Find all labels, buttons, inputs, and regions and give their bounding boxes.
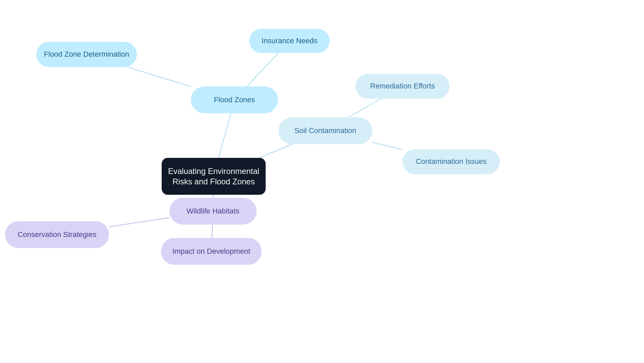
- conservation-strategies-node[interactable]: Conservation Strategies: [5, 221, 109, 248]
- svg-line-2: [247, 53, 278, 86]
- soil-contamination-node[interactable]: Soil Contamination: [278, 117, 372, 144]
- remediation-efforts-node[interactable]: Remediation Efforts: [356, 74, 449, 99]
- remediation-efforts-label: Remediation Efforts: [368, 81, 438, 91]
- wildlife-habitats-node[interactable]: Wildlife Habitats: [169, 198, 257, 225]
- wildlife-habitats-label: Wildlife Habitats: [184, 206, 242, 216]
- svg-line-7: [109, 218, 169, 227]
- impact-on-development-node[interactable]: Impact on Development: [161, 238, 262, 265]
- contamination-issues-node[interactable]: Contamination Issues: [402, 149, 500, 174]
- contamination-issues-label: Contamination Issues: [413, 157, 489, 167]
- soil-contamination-label: Soil Contamination: [292, 126, 359, 136]
- central-node[interactable]: Evaluating Environmental Risks and Flood…: [162, 158, 266, 195]
- svg-line-0: [219, 113, 231, 158]
- svg-line-4: [348, 99, 380, 117]
- flood-zones-node[interactable]: Flood Zones: [191, 86, 278, 113]
- svg-line-5: [372, 142, 402, 150]
- insurance-needs-node[interactable]: Insurance Needs: [249, 29, 330, 53]
- flood-zones-label: Flood Zones: [211, 95, 258, 105]
- insurance-needs-label: Insurance Needs: [259, 36, 320, 46]
- central-node-label: Evaluating Environmental Risks and Flood…: [162, 166, 266, 187]
- impact-on-development-label: Impact on Development: [170, 247, 253, 256]
- svg-line-1: [127, 67, 191, 86]
- flood-zone-determination-node[interactable]: Flood Zone Determination: [36, 42, 137, 67]
- svg-line-3: [259, 144, 292, 158]
- conservation-strategies-label: Conservation Strategies: [15, 230, 99, 240]
- flood-zone-determination-label: Flood Zone Determination: [41, 50, 132, 59]
- svg-line-8: [212, 225, 213, 238]
